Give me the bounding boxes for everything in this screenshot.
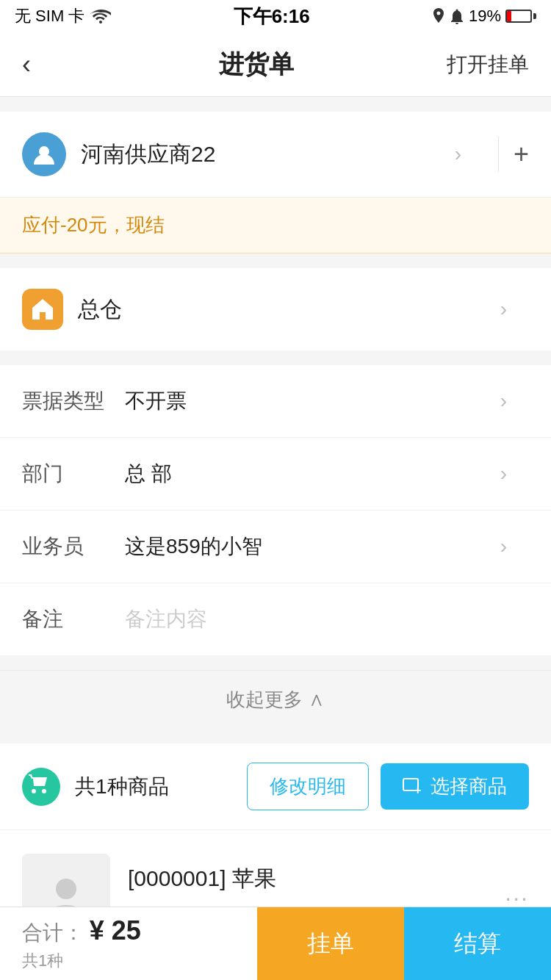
- cart-icon: [29, 774, 54, 799]
- supplier-row[interactable]: 河南供应商22 › +: [0, 112, 551, 198]
- home-icon: [29, 296, 56, 323]
- dept-label: 部门: [22, 460, 110, 488]
- total-area: 合计： ¥ 25 共1种: [0, 907, 257, 980]
- products-header: 共1种商品 修改明细 + 选择商品: [0, 743, 551, 830]
- person-icon: [31, 141, 57, 167]
- remark-input[interactable]: 备注内容: [110, 605, 529, 633]
- supplier-card: 河南供应商22 › + 应付-20元，现结: [0, 112, 551, 253]
- supplier-arrow-icon: ›: [455, 143, 461, 166]
- battery-percent: 19%: [469, 7, 501, 26]
- page-title: 进货单: [219, 48, 294, 82]
- checkout-button[interactable]: 结算: [404, 907, 551, 980]
- dept-row[interactable]: 部门 总 部 ›: [0, 438, 551, 511]
- divider: [498, 137, 499, 172]
- status-left: 无 SIM 卡: [15, 5, 111, 27]
- warehouse-name: 总仓: [78, 295, 500, 325]
- status-bar: 无 SIM 卡 下午6:16 19%: [0, 0, 551, 32]
- warehouse-arrow-icon: ›: [500, 298, 507, 321]
- back-button[interactable]: ‹: [22, 49, 66, 80]
- invoice-row[interactable]: 票据类型 不开票 ›: [0, 365, 551, 438]
- open-pending-button[interactable]: 打开挂单: [447, 51, 529, 79]
- sales-value: 这是859的小智: [110, 533, 500, 561]
- hang-order-button[interactable]: 挂单: [257, 907, 404, 980]
- wifi-icon: [90, 9, 111, 24]
- svg-point-3: [56, 879, 76, 899]
- total-sub: 共1种: [22, 950, 235, 972]
- products-icon: [22, 768, 60, 806]
- warehouse-icon: [22, 289, 63, 330]
- collapse-bar[interactable]: 收起更多 ∧: [0, 670, 551, 729]
- battery-icon: [505, 10, 536, 23]
- select-icon: +: [403, 778, 423, 796]
- products-count: 共1种商品: [75, 773, 247, 801]
- invoice-arrow-icon: ›: [500, 389, 507, 413]
- sales-label: 业务员: [22, 533, 110, 561]
- warehouse-row[interactable]: 总仓 ›: [0, 268, 551, 350]
- dept-arrow-icon: ›: [500, 462, 507, 486]
- sales-row[interactable]: 业务员 这是859的小智 ›: [0, 511, 551, 583]
- sales-arrow-icon: ›: [500, 535, 507, 558]
- carrier-label: 无 SIM 卡: [15, 5, 84, 27]
- alarm-icon: [450, 8, 464, 24]
- status-right: 19%: [432, 7, 536, 26]
- product-code: [0000001]: [128, 866, 232, 890]
- product-title: 苹果: [232, 866, 276, 890]
- supplier-avatar: [22, 132, 66, 176]
- remark-label: 备注: [22, 605, 110, 633]
- nav-bar: ‹ 进货单 打开挂单: [0, 32, 551, 97]
- supplier-name: 河南供应商22: [81, 140, 455, 170]
- warehouse-card: 总仓 ›: [0, 268, 551, 350]
- total-label: 合计：: [22, 921, 84, 944]
- dept-value: 总 部: [110, 460, 500, 488]
- bottom-bar: 合计： ¥ 25 共1种 挂单 结算: [0, 907, 551, 980]
- invoice-label: 票据类型: [22, 387, 110, 415]
- form-section: 票据类型 不开票 › 部门 总 部 › 业务员 这是859的小智 › 备注 备注…: [0, 365, 551, 655]
- status-time: 下午6:16: [234, 4, 310, 29]
- supplier-notice: 应付-20元，现结: [0, 198, 551, 253]
- location-icon: [432, 8, 445, 24]
- select-product-button[interactable]: + 选择商品: [381, 763, 529, 810]
- total-amount: ¥ 25: [90, 915, 141, 945]
- invoice-value: 不开票: [110, 387, 500, 415]
- add-supplier-button[interactable]: +: [514, 139, 529, 170]
- remark-row[interactable]: 备注 备注内容: [0, 583, 551, 655]
- modify-detail-button[interactable]: 修改明细: [247, 763, 369, 810]
- total-main: 合计： ¥ 25: [22, 915, 235, 947]
- svg-text:+: +: [414, 784, 421, 796]
- product-name: [0000001] 苹果: [128, 864, 505, 894]
